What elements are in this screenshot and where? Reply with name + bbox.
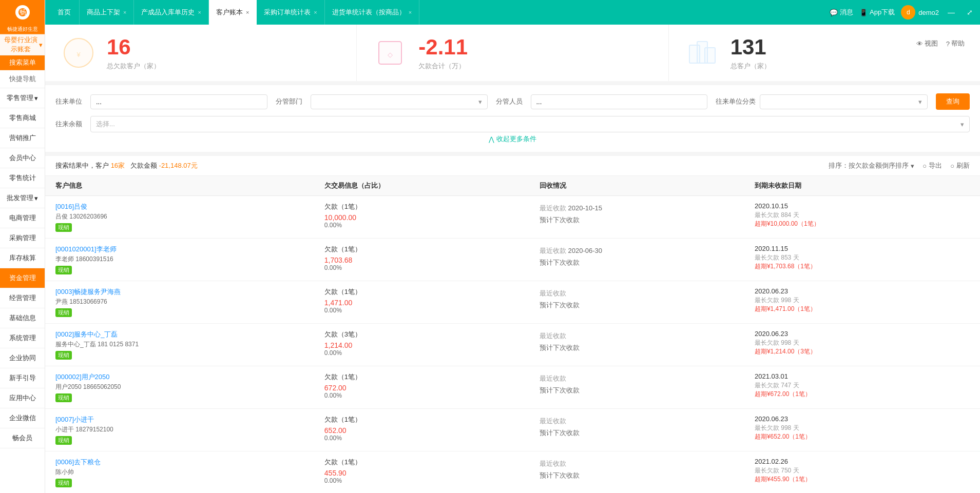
overdue-amount-0[interactable]: 超期¥10,000.00（1笔）: [755, 220, 970, 228]
sidebar-item-batch-mgmt[interactable]: 批发管理 ▾: [0, 188, 45, 208]
basic-info-label: 基础信息: [3, 313, 42, 323]
debt-amount-5[interactable]: 652.00: [324, 426, 540, 435]
sidebar-item-marketing[interactable]: 营销推广: [0, 128, 45, 148]
overdue-cell-5: 2020.06.23 最长欠款 998 天 超期¥652.00（1笔）: [755, 415, 970, 441]
search-menu-label: 搜索菜单: [4, 58, 41, 67]
tab-purchase-order[interactable]: 采购订单统计表 ×: [257, 0, 324, 25]
debt-amount-3[interactable]: 1,214.00: [324, 341, 540, 349]
debt-count-3: 欠款（3笔）: [324, 330, 540, 339]
overdue-amount-4[interactable]: 超期¥672.00（1笔）: [755, 390, 970, 399]
sidebar-item-retail-mall[interactable]: 零售商城: [0, 108, 45, 128]
dept-select[interactable]: ▾: [311, 94, 488, 109]
sidebar-item-app-center[interactable]: 应用中心: [0, 388, 45, 408]
table-row: [0007]小进干 小进干 18279152100 现销 欠款（1笔） 652.…: [45, 409, 980, 451]
tab-production[interactable]: 产成品入库单历史 ×: [134, 0, 208, 25]
refresh-btn[interactable]: ○ 刷新: [950, 161, 970, 170]
view-btn[interactable]: 👁 视图: [916, 39, 938, 48]
batch-mgmt-label: 批发管理: [7, 193, 33, 203]
overdue-amount-5[interactable]: 超期¥652.00（1笔）: [755, 432, 970, 441]
sidebar-item-basic-info[interactable]: 基础信息: [0, 308, 45, 328]
sidebar-item-member[interactable]: 会员中心: [0, 148, 45, 168]
business-label: 经营管理: [3, 293, 42, 303]
tab-incoming-stats-close[interactable]: ×: [409, 9, 412, 15]
message-btn[interactable]: 💬 消息: [830, 8, 853, 17]
sidebar-item-retail-stats[interactable]: 零售统计: [0, 168, 45, 188]
sidebar-item-purchase[interactable]: 采购管理: [0, 228, 45, 248]
tab-products-close[interactable]: ×: [123, 9, 126, 15]
enterprise-wechat-label: 企业微信: [3, 413, 42, 423]
tab-customer-account-close[interactable]: ×: [246, 9, 249, 15]
app-download-btn[interactable]: 📱 App下载: [859, 8, 895, 17]
sidebar-item-inventory[interactable]: 库存核算: [0, 248, 45, 268]
sidebar-quicknav[interactable]: 快捷导航: [0, 70, 45, 88]
customer-name-2[interactable]: [0003]畅捷服务尹海燕: [55, 287, 324, 297]
overdue-amount-6[interactable]: 超期¥455.90（1笔）: [755, 475, 970, 484]
from-unit-input[interactable]: ...: [90, 94, 267, 109]
overdue-amount-2[interactable]: 超期¥1,471.00（1笔）: [755, 305, 970, 313]
window-minimize-btn[interactable]: —: [945, 6, 957, 18]
balance-select[interactable]: 选择... ▾: [90, 116, 970, 132]
col-collection: 回收情况: [540, 181, 755, 190]
sidebar-item-system[interactable]: 系统管理: [0, 328, 45, 348]
sidebar-item-retail-mgmt[interactable]: 零售管理 ▾: [0, 88, 45, 108]
debt-amount-4[interactable]: 672.00: [324, 384, 540, 392]
sidebar-item-enterprise[interactable]: 企业协同: [0, 348, 45, 368]
overdue-amount-1[interactable]: 超期¥1,703.68（1笔）: [755, 262, 970, 271]
sidebar-item-enterprise-wechat[interactable]: 企业微信: [0, 408, 45, 428]
debt-ratio-1: 0.00%: [324, 264, 540, 271]
tab-home[interactable]: 首页: [49, 0, 80, 25]
tab-incoming-stats-label: 进货单统计表（按商品）: [332, 8, 406, 17]
customer-name-3[interactable]: [0002]服务中心_丁磊: [55, 330, 324, 339]
sidebar-item-new-guide[interactable]: 新手引导: [0, 368, 45, 388]
collection-cell-4: 最近收款 预计下次收款: [540, 372, 755, 397]
tab-customer-account[interactable]: 客户账本 ×: [209, 0, 257, 25]
unit-category-select[interactable]: ▾: [760, 94, 928, 109]
customer-name-5[interactable]: [0007]小进干: [55, 415, 324, 424]
search-button[interactable]: 查询: [936, 93, 970, 110]
debt-count-5: 欠款（1笔）: [324, 415, 540, 424]
sort-selector[interactable]: 排序：按欠款金额倒序排序 ▾: [829, 161, 914, 170]
results-info: 搜索结果中，客户 16家 欠款金额 -21,148.07元: [55, 161, 198, 170]
tab-purchase-order-close[interactable]: ×: [314, 9, 317, 15]
system-label: 系统管理: [3, 333, 42, 343]
sidebar-item-vip[interactable]: 畅会员: [0, 428, 45, 448]
debt-count-1: 欠款（1笔）: [324, 245, 540, 254]
overdue-amount-3[interactable]: 超期¥1,214.00（3笔）: [755, 347, 970, 356]
debt-amount-0[interactable]: 10,000.00: [324, 213, 540, 222]
sidebar-search-area[interactable]: 搜索菜单: [0, 55, 45, 70]
tab-production-close[interactable]: ×: [198, 9, 201, 15]
overdue-days-4: 最长欠款 747 天: [755, 381, 970, 390]
customer-name-6[interactable]: [0006]去下粮仓: [55, 458, 324, 467]
retail-stats-label: 零售统计: [3, 173, 42, 183]
help-btn[interactable]: ? 帮助: [946, 39, 965, 48]
col-due-date: 到期未收款日期: [755, 181, 970, 190]
sidebar-item-business[interactable]: 经营管理: [0, 288, 45, 308]
debt-cell-2: 欠款（1笔） 1,471.00 0.00%: [324, 287, 540, 314]
last-payment-1: 2020-06-30: [568, 247, 603, 254]
tab-products[interactable]: 商品上下架 ×: [80, 0, 134, 25]
debt-amount-2[interactable]: 1,471.00: [324, 299, 540, 307]
customer-name-1[interactable]: [0001020001]李老师: [55, 245, 324, 254]
export-btn[interactable]: ○ 导出: [923, 161, 942, 170]
manager-input[interactable]: ...: [531, 94, 708, 109]
table-row: [000002]用户2050 用户2050 18665062050 现销 欠款（…: [45, 366, 980, 409]
sidebar-item-ecommerce[interactable]: 电商管理: [0, 208, 45, 228]
collapse-filters-btn[interactable]: ⋀ 收起更多条件: [55, 134, 970, 144]
debt-amount-1[interactable]: 1,703.68: [324, 256, 540, 264]
customer-name-0[interactable]: [0016]吕俊: [55, 202, 324, 211]
main-area: 首页 商品上下架 × 产成品入库单历史 × 客户账本 × 采购订单统计表 × 进…: [45, 0, 980, 493]
company-selector[interactable]: 母婴行业演示账套 ▾: [0, 34, 45, 55]
tab-incoming-stats[interactable]: 进货单统计表（按商品） ×: [325, 0, 419, 25]
window-maximize-btn[interactable]: ⤢: [964, 6, 976, 18]
due-date-4: 2021.03.01: [755, 372, 970, 380]
col-customer-info: 客户信息: [55, 181, 324, 190]
debt-count-0: 欠款（1笔）: [324, 202, 540, 211]
debt-amount-6[interactable]: 455.90: [324, 469, 540, 477]
customer-name-4[interactable]: [000002]用户2050: [55, 372, 324, 382]
topbar: 首页 商品上下架 × 产成品入库单历史 × 客户账本 × 采购订单统计表 × 进…: [45, 0, 980, 25]
table-row: [0006]去下粮仓 陈小帅 现销 欠款（1笔） 455.90 0.00% 最近…: [45, 451, 980, 493]
tab-bar: 首页 商品上下架 × 产成品入库单历史 × 客户账本 × 采购订单统计表 × 进…: [49, 0, 419, 25]
total-customers-icon: [684, 35, 720, 71]
sidebar-item-capital[interactable]: 资金管理: [0, 268, 45, 288]
user-menu[interactable]: d demo2: [901, 5, 939, 19]
